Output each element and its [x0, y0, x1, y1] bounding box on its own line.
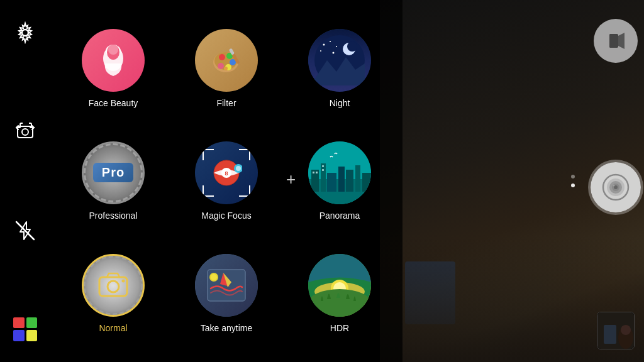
svg-point-22 [323, 44, 325, 46]
last-photo-thumbnail[interactable] [597, 312, 635, 349]
mode-panorama[interactable]: Panorama [308, 141, 371, 221]
settings-icon[interactable] [11, 19, 39, 47]
take-anytime-label: Take anytime [201, 323, 252, 333]
page-dots-indicator [571, 175, 575, 187]
svg-point-15 [224, 67, 228, 70]
svg-point-75 [621, 325, 631, 335]
svg-rect-38 [327, 173, 336, 192]
svg-point-25 [320, 50, 321, 52]
svg-point-2 [22, 129, 28, 135]
svg-rect-63 [609, 34, 618, 48]
right-sidebar [587, 0, 644, 362]
svg-point-14 [218, 63, 224, 69]
normal-label: Normal [99, 323, 127, 333]
plus-icon: + [286, 170, 296, 189]
shutter-button[interactable] [591, 162, 641, 212]
svg-rect-73 [604, 325, 616, 344]
svg-point-33 [236, 166, 241, 171]
dot-1 [571, 175, 575, 178]
svg-point-21 [347, 41, 357, 52]
pro-circle: Pro [82, 141, 145, 204]
svg-point-10 [219, 54, 225, 60]
svg-point-47 [84, 256, 142, 314]
mode-face-beauty[interactable]: Face Beauty [82, 29, 145, 108]
magic-focus-label: Magic Focus [201, 211, 251, 221]
panorama-circle [308, 141, 371, 204]
svg-point-69 [613, 185, 615, 187]
professional-label: Professional [89, 211, 137, 221]
svg-point-7 [108, 45, 118, 55]
mode-normal[interactable]: Normal [82, 254, 145, 333]
mode-take-anytime[interactable]: Take anytime [195, 254, 258, 333]
night-label: Night [330, 98, 350, 108]
hdr-circle [308, 254, 371, 317]
night-circle [308, 29, 371, 92]
svg-rect-39 [338, 167, 345, 192]
video-button[interactable] [594, 19, 638, 63]
svg-rect-45 [322, 165, 324, 167]
left-sidebar [0, 0, 50, 362]
svg-marker-62 [618, 33, 625, 49]
mode-hdr[interactable]: HDR [308, 254, 371, 333]
panorama-label: Panorama [319, 211, 360, 221]
svg-rect-41 [355, 165, 360, 192]
mode-grid: Face Beauty Filter [50, 0, 402, 362]
mode-night[interactable]: Night [308, 29, 371, 108]
svg-point-23 [330, 41, 331, 42]
face-beauty-label: Face Beauty [89, 98, 138, 108]
svg-rect-44 [316, 172, 318, 173]
svg-text:8: 8 [225, 170, 228, 177]
svg-point-53 [211, 274, 217, 280]
svg-rect-43 [313, 172, 314, 173]
svg-point-27 [84, 144, 142, 202]
filter-label: Filter [216, 98, 236, 108]
svg-point-26 [333, 52, 335, 54]
flash-off-icon[interactable] [11, 217, 39, 244]
normal-circle [82, 254, 145, 317]
svg-point-0 [22, 30, 28, 36]
svg-point-24 [336, 46, 337, 47]
magic-focus-circle: 8 [195, 141, 258, 204]
hdr-label: HDR [330, 323, 349, 333]
dot-2 [571, 184, 575, 187]
svg-point-58 [308, 289, 371, 317]
mode-magic-focus[interactable]: 8 Magic Focus [195, 141, 258, 221]
mode-professional[interactable]: Pro Professional [82, 141, 145, 221]
svg-rect-37 [321, 163, 326, 192]
grid-modes-icon[interactable] [11, 315, 39, 343]
take-anytime-circle [195, 254, 258, 317]
face-beauty-circle [82, 29, 145, 92]
svg-rect-36 [311, 170, 319, 192]
filter-circle [195, 29, 258, 92]
svg-rect-42 [362, 173, 371, 192]
svg-rect-40 [346, 170, 353, 192]
flip-camera-icon[interactable] [11, 118, 39, 145]
svg-rect-46 [322, 169, 324, 171]
mode-filter[interactable]: Filter [195, 29, 258, 108]
